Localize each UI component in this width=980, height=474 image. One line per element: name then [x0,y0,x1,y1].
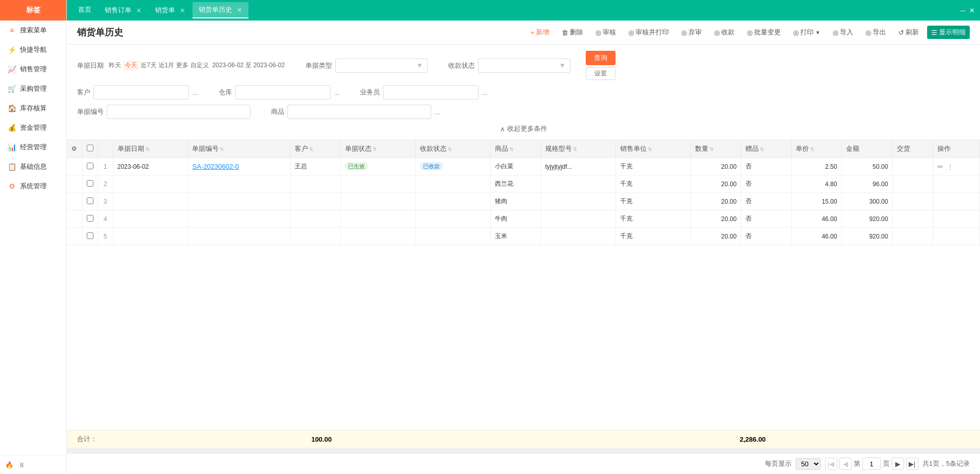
sidebar-item-label: 基础信息 [20,162,47,171]
product-input[interactable] [287,105,431,119]
sidebar-item-quick-nav[interactable]: ⚡ 快捷导航 [0,40,66,60]
print-button[interactable]: ◎ 打印 ▼ [789,26,824,39]
print-dropdown-icon[interactable]: ▼ [815,30,820,35]
tab-close-sales-order[interactable]: ✕ [136,7,142,14]
col-doc-status[interactable]: 单据状态 ⇅ [341,140,416,158]
row4-qty: 20.00 [690,210,741,228]
page-label: 第 [854,459,860,468]
col-doc-no[interactable]: 单据编号 ⇅ [188,140,291,158]
audit-button[interactable]: ◎ 审核 [591,26,620,39]
row1-gift: 否 [741,158,791,175]
more-shortcut[interactable]: 更多 [176,61,188,70]
row1-doc-no-link[interactable]: SA-20230602-0 [192,163,239,170]
per-page-select[interactable]: 50 [796,458,821,470]
audit-print-button[interactable]: ◎ 审核并打印 [624,26,673,39]
warehouse-input[interactable] [235,85,331,100]
row1-checkbox[interactable] [82,158,98,175]
row4-payment-status [416,210,491,228]
refresh-icon: ↺ [898,29,904,36]
col-unit[interactable]: 销售单位 ⇅ [616,140,690,158]
row4-select-checkbox[interactable] [87,215,93,222]
col-gift[interactable]: 赠品 ⇅ [741,140,791,158]
row1-select-checkbox[interactable] [87,163,93,169]
col-doc-date[interactable]: 单据日期 ⇅ [113,140,188,158]
collect-button[interactable]: ◎ 收款 [710,26,739,39]
tab-home[interactable]: 首页 [72,2,98,18]
row3-select-checkbox[interactable] [87,198,93,204]
doc-no-input[interactable] [107,105,251,119]
setting-button[interactable]: 设置 [586,67,616,80]
doc-type-select[interactable]: ▼ [335,58,428,73]
col-action: 操作 [933,140,980,158]
col-qty[interactable]: 数量 ⇅ [690,140,741,158]
horizontal-scrollbar[interactable] [67,448,980,453]
row1-more-icon[interactable]: ⋮ [947,163,954,171]
select-all-checkbox[interactable] [87,145,93,151]
export-button[interactable]: ◎ 导出 [861,26,890,39]
sidebar-item-basic-info[interactable]: 📋 基础信息 [0,157,66,176]
sidebar-item-search-menu[interactable]: ≡ 搜索菜单 [0,21,66,40]
last7days-shortcut[interactable]: 近7天 [141,61,157,70]
sidebar-footer-icon1[interactable]: 🔥 [5,461,13,469]
sidebar-item-finance[interactable]: 💰 资金管理 [0,118,66,137]
col-checkbox[interactable] [82,140,98,158]
last-page-btn[interactable]: ▶| [906,458,918,470]
query-button[interactable]: 查询 [586,51,616,65]
col-spec[interactable]: 规格型号 ⇅ [541,140,616,158]
warehouse-ellipsis[interactable]: ... [334,88,340,96]
sidebar-footer-icon2[interactable]: ⏸ [18,461,25,469]
row5-checkbox[interactable] [82,228,98,245]
close-btn[interactable]: ✕ [969,7,975,14]
payment-status-select[interactable]: ▼ [478,58,570,73]
today-shortcut[interactable]: 今天 [123,61,139,70]
sales-mgmt-icon: 📈 [8,65,16,73]
first-page-btn[interactable]: |◀ [825,458,837,470]
row5-no: 5 [98,228,113,245]
col-customer[interactable]: 客户 ⇅ [291,140,341,158]
row2-select-checkbox[interactable] [87,180,93,187]
row3-checkbox[interactable] [82,193,98,210]
tab-sales-order[interactable]: 销售订单 ✕ [99,2,148,18]
tab-sales-history[interactable]: 销货单历史 ✕ [193,2,248,18]
row1-doc-no[interactable]: SA-20230602-0 [188,158,291,175]
customer-ellipsis[interactable]: ... [192,88,198,96]
current-page-input[interactable]: 1 [862,458,881,470]
abandon-button[interactable]: ◎ 弃审 [677,26,706,39]
minimize-btn[interactable]: ─ [960,7,965,14]
quick-nav-icon: ⚡ [8,46,16,54]
sidebar-item-inventory[interactable]: 🏠 库存核算 [0,98,66,118]
sidebar-item-system-mgmt[interactable]: ⚙ 系统管理 [0,176,66,196]
import-button[interactable]: ◎ 导入 [829,26,857,39]
next-page-btn[interactable]: ▶ [892,458,904,470]
delete-button[interactable]: 🗑 删除 [558,26,587,39]
prev-page-btn[interactable]: ◀ [839,458,852,470]
add-button[interactable]: + 新增 [527,26,554,39]
row2-checkbox[interactable] [82,175,98,193]
toggle-more-conditions[interactable]: ∧ 收起更多条件 [77,124,970,133]
yesterday-shortcut[interactable]: 昨天 [109,61,121,70]
col-settings[interactable]: ⚙ [67,140,82,158]
col-payment-status[interactable]: 收款状态 ⇅ [416,140,491,158]
tab-close-sales-history[interactable]: ✕ [237,6,242,14]
table-header-row: ⚙ 单据日期 ⇅ 单据编号 ⇅ [67,140,980,158]
batch-change-button[interactable]: ◎ 批量变更 [743,26,785,39]
row5-select-checkbox[interactable] [87,232,93,239]
last1month-shortcut[interactable]: 近1月 [159,61,175,70]
row4-checkbox[interactable] [82,210,98,228]
product-ellipsis[interactable]: ... [434,108,440,116]
sidebar-item-operations[interactable]: 📊 经营管理 [0,137,66,157]
sidebar-item-sales-mgmt[interactable]: 📈 销售管理 [0,60,66,79]
row1-edit-icon[interactable]: ✏ [937,163,944,171]
tab-close-sales-delivery[interactable]: ✕ [180,7,185,14]
col-product[interactable]: 商品 ⇅ [491,140,541,158]
tab-sales-delivery[interactable]: 销货单 ✕ [149,2,191,18]
custom-shortcut[interactable]: 自定义 [190,61,209,70]
salesperson-input[interactable] [383,85,478,100]
salesperson-ellipsis[interactable]: ... [482,88,488,96]
col-unit-price[interactable]: 单价 ⇅ [791,140,841,158]
row5-doc-date [113,228,188,245]
customer-input[interactable] [93,85,189,100]
sidebar-item-purchase-mgmt[interactable]: 🛒 采购管理 [0,79,66,98]
display-detail-button[interactable]: ☰ 显示明细 [927,26,970,39]
refresh-button[interactable]: ↺ 刷新 [894,26,923,39]
